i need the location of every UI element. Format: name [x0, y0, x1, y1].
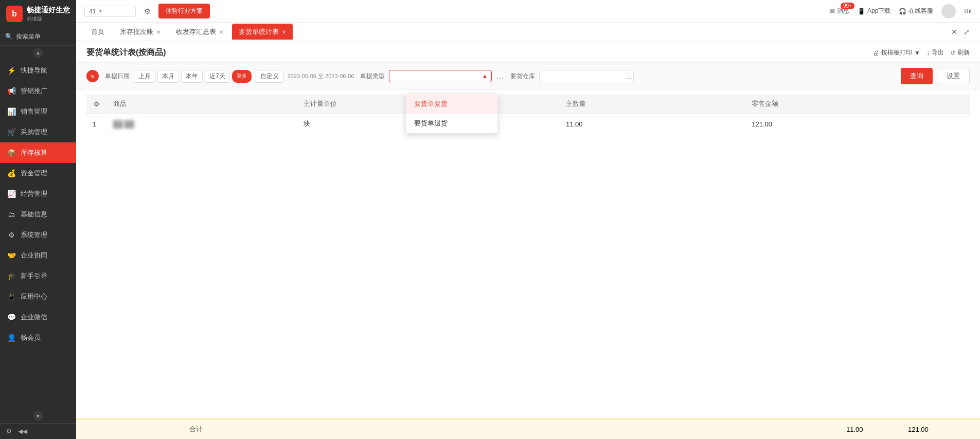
- dropdown-item-order-goods[interactable]: 要货单要货: [406, 94, 497, 114]
- refresh-btn[interactable]: ↺ 刷新: [950, 48, 970, 57]
- search-menu[interactable]: 🔍 搜索菜单: [0, 28, 76, 46]
- row-quantity: 11.00: [560, 114, 745, 134]
- table-area: ⚙ 商品 主计量单位 主数量 零售金额 1 ██ ██ 块: [76, 94, 980, 134]
- sidebar-item-marketing[interactable]: 📢 营销推广: [0, 81, 76, 101]
- sidebar-item-sales[interactable]: 📊 销售管理: [0, 101, 76, 122]
- settings-bottom-icon: ⚙: [6, 428, 12, 435]
- expand-icon: »: [91, 72, 95, 80]
- page-content: 要货单统计表(按商品) 🖨 按模板打印 ▼ ↓ 导出 ↺ 刷新: [76, 41, 980, 439]
- enterprise-icon: 🤝: [6, 250, 16, 261]
- store-selector-arrow-icon: ▼: [98, 8, 103, 14]
- warehouse-select-wrapper: …: [539, 70, 634, 82]
- filter-actions: 查询 设置: [901, 68, 970, 84]
- tab-close-all-btn[interactable]: ✕: [949, 27, 959, 37]
- date-filter-label: 单据日期: [105, 72, 130, 81]
- footer-label: 合计: [189, 425, 302, 434]
- doc-type-arrow-icon[interactable]: ▲: [482, 72, 488, 80]
- tab-order-stats-close[interactable]: ✕: [282, 29, 286, 35]
- app-download-btn[interactable]: 📱 App下载: [858, 7, 890, 15]
- scroll-up-btn[interactable]: ▲: [33, 48, 43, 58]
- sidebar-scroll-up: ▲: [0, 46, 76, 60]
- row-product: ██ ██: [107, 114, 297, 134]
- header-gear-btn[interactable]: ⚙: [140, 4, 154, 19]
- tab-expand-btn[interactable]: ⤢: [961, 27, 972, 37]
- table-settings-col[interactable]: ⚙: [86, 94, 107, 114]
- print-icon: 🖨: [873, 49, 879, 57]
- sidebar-item-app-center[interactable]: 📱 应用中心: [0, 286, 76, 307]
- filter-expand-btn[interactable]: »: [86, 70, 99, 82]
- sidebar-item-enterprise[interactable]: 🤝 企业协同: [0, 245, 76, 266]
- filter-more-btn[interactable]: …: [496, 71, 504, 81]
- username: Rit: [964, 8, 972, 15]
- base-icon: 🗂: [6, 209, 16, 220]
- doc-type-filter-group: 单据类型 ▲ …: [360, 70, 504, 82]
- refresh-icon: ↺: [950, 49, 955, 57]
- sidebar-item-wechat[interactable]: 💬 企业微信: [0, 307, 76, 327]
- table-col-quantity: 主数量: [560, 94, 745, 114]
- messages-btn[interactable]: ✉ 消息 99+: [830, 7, 849, 15]
- sidebar-item-business[interactable]: 📈 经营管理: [0, 184, 76, 204]
- footer-amount: 121.00: [908, 426, 970, 433]
- tab-order-stats[interactable]: 要货单统计表 ✕: [232, 24, 293, 40]
- doc-type-input[interactable]: [389, 70, 492, 82]
- tab-inventory-batch[interactable]: 库存批次账 ✕: [113, 24, 167, 40]
- date-quick-btns: 上月 本月 本年 近7天 更多: [134, 70, 252, 83]
- messages-icon: ✉: [830, 8, 835, 15]
- marketing-icon: 📢: [6, 86, 16, 96]
- sidebar-item-quick-nav[interactable]: ⚡ 快捷导航: [0, 60, 76, 81]
- collapse-icon: ◀◀: [18, 428, 27, 435]
- table-col-product: 商品: [107, 94, 297, 114]
- user-avatar[interactable]: [941, 4, 956, 19]
- filter-settings-btn[interactable]: 设置: [937, 68, 970, 84]
- dropdown-item-order-return[interactable]: 要货单退货: [406, 114, 497, 133]
- app-center-icon: 📱: [6, 291, 16, 302]
- sidebar-item-base[interactable]: 🗂 基础信息: [0, 204, 76, 225]
- sidebar-item-member[interactable]: 👤 畅会员: [0, 327, 76, 348]
- warehouse-input[interactable]: [539, 70, 634, 82]
- store-selector[interactable]: 41 ▼: [84, 6, 136, 17]
- prev-month-btn[interactable]: 上月: [134, 70, 155, 83]
- warehouse-more-btn[interactable]: …: [625, 72, 632, 80]
- this-month-btn[interactable]: 本月: [157, 70, 179, 83]
- more-dates-btn[interactable]: 更多: [232, 70, 252, 83]
- sidebar-item-finance[interactable]: 💰 资金管理: [0, 163, 76, 184]
- purchase-icon: 🛒: [6, 127, 16, 137]
- collapse-btn[interactable]: ◀◀: [18, 428, 27, 435]
- tab-receive-summary[interactable]: 收发存汇总表 ✕: [169, 24, 230, 40]
- row-index: 1: [86, 114, 107, 134]
- online-service-btn[interactable]: 🎧 在线客服: [899, 7, 933, 15]
- sidebar-item-guide[interactable]: 🎓 新手引导: [0, 266, 76, 286]
- sidebar-item-purchase[interactable]: 🛒 采购管理: [0, 122, 76, 142]
- system-icon: ⚙: [6, 230, 16, 240]
- sidebar-item-inventory[interactable]: 📦 库存核算: [0, 142, 76, 163]
- date-filter-group: 单据日期 上月 本月 本年 近7天 更多 自定义 2023-05-06 至 20…: [105, 70, 354, 83]
- print-btn[interactable]: 🖨 按模板打印 ▼: [873, 48, 920, 57]
- this-year-btn[interactable]: 本年: [181, 70, 203, 83]
- sidebar-item-system[interactable]: ⚙ 系统管理: [0, 225, 76, 245]
- custom-date-btn[interactable]: 自定义: [256, 70, 283, 83]
- tab-inventory-batch-close[interactable]: ✕: [156, 29, 161, 35]
- warehouse-label: 要货仓库: [510, 72, 535, 81]
- table-header-row: ⚙ 商品 主计量单位 主数量 零售金额: [86, 94, 970, 114]
- top-header: 41 ▼ ⚙ 体验行业方案 ✉ 消息 99+ 📱 App下载 🎧 在线客服: [76, 0, 980, 23]
- settings-bottom-btn[interactable]: ⚙: [6, 428, 12, 435]
- table-footer: 合计 11.00 121.00: [76, 418, 980, 439]
- table-footer-wrapper: 合计 11.00 121.00: [76, 418, 980, 439]
- wechat-icon: 💬: [6, 312, 16, 322]
- sidebar-logo: b 畅捷通好生意 标准版: [0, 0, 76, 28]
- store-name: 41: [89, 8, 96, 15]
- footer-quantity: 11.00: [846, 426, 908, 433]
- quick-nav-icon: ⚡: [6, 65, 16, 76]
- last-7-days-btn[interactable]: 近7天: [205, 70, 230, 83]
- table-col-amount: 零售金额: [745, 94, 970, 114]
- tab-receive-summary-close[interactable]: ✕: [219, 29, 223, 35]
- tab-window-controls: ✕ ⤢: [949, 27, 972, 37]
- doc-type-select-wrapper: ▲: [389, 70, 492, 82]
- scroll-down-btn[interactable]: ▼: [33, 411, 43, 421]
- trial-btn[interactable]: 体验行业方案: [158, 4, 210, 19]
- tab-home[interactable]: 首页: [84, 24, 111, 40]
- query-btn[interactable]: 查询: [901, 68, 933, 84]
- tab-bar: 首页 库存批次账 ✕ 收发存汇总表 ✕ 要货单统计表 ✕ ✕ ⤢: [76, 23, 980, 41]
- export-btn[interactable]: ↓ 导出: [926, 48, 944, 57]
- online-service-icon: 🎧: [899, 8, 906, 15]
